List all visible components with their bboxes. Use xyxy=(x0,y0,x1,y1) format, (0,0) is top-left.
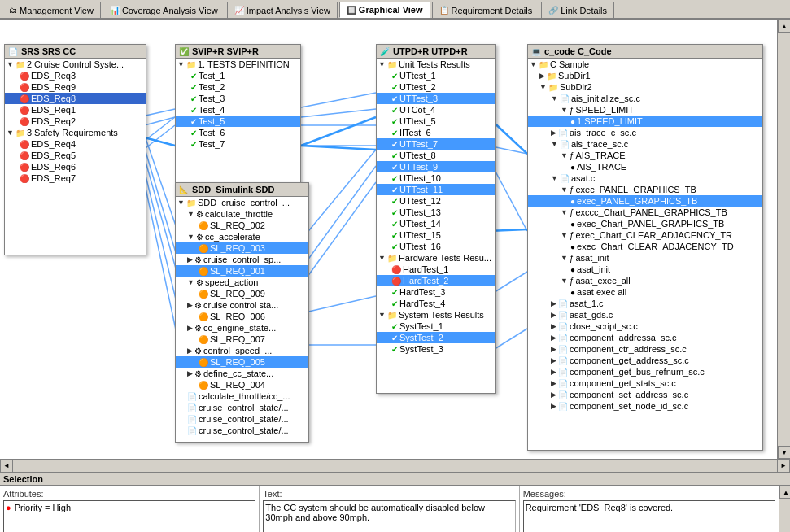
scroll-up-button[interactable]: ▲ xyxy=(778,20,790,33)
utpd-hard1[interactable]: 🔴 HardTest_1 xyxy=(377,264,495,275)
ccode-asat-exec-func[interactable]: ▼ ƒ asat_exec_all xyxy=(528,275,762,286)
sdd-item-req003[interactable]: 🟠 SL_REQ_003 xyxy=(176,242,308,254)
ccode-exec-panel-func[interactable]: ▼ ƒ exec_PANEL_GRAPHICS_TB xyxy=(528,184,762,195)
ccode-asat-init-func[interactable]: ▼ ƒ asat_init xyxy=(528,252,762,264)
utpd-hard3[interactable]: ✔ HardTest_3 xyxy=(377,286,495,298)
utpd-test9[interactable]: ✔ UTTest_9 xyxy=(377,161,495,172)
ccode-ais-trace-sc[interactable]: ▼ 📄 ais_trace_sc.c xyxy=(528,138,762,150)
svip-item-tests[interactable]: ▼ 📁 1. TESTS DEFINITION xyxy=(176,59,300,70)
sdd-item-cruise-stat[interactable]: ▶ ⚙ cruise control sta... xyxy=(176,299,308,311)
srs-item-req7[interactable]: 🔴 EDS_Req7 xyxy=(5,172,146,184)
svip-item-test4[interactable]: ✔ Test_4 xyxy=(176,104,300,116)
sdd-item-req001[interactable]: 🟠 SL_REQ_001 xyxy=(176,265,308,277)
ccode-ais-trace-func[interactable]: ▼ ƒ AIS_TRACE xyxy=(528,150,762,161)
utpd-test10[interactable]: ✔ UTtest_10 xyxy=(377,172,495,184)
ccode-close-script[interactable]: ▶ 📄 close_script_sc.c xyxy=(528,321,762,332)
tab-req-details[interactable]: 📋 Requirement Details xyxy=(432,2,540,18)
utpd-test8[interactable]: ✔ UTtest_8 xyxy=(377,150,495,161)
sdd-item-calc[interactable]: ▼ ⚙ calculate_throttle xyxy=(176,208,308,220)
sdd-item-cruise[interactable]: ▼ 📁 SDD_cruise_control_... xyxy=(176,197,308,208)
tab-link-details[interactable]: 🔗 Link Details xyxy=(541,2,614,18)
sdd-item-req009[interactable]: 🟠 SL_REQ_009 xyxy=(176,288,308,299)
utpd-test3[interactable]: ✔ UTTest_3 xyxy=(377,93,495,104)
sdd-item-req005[interactable]: 🟠 SL_REQ_005 xyxy=(176,356,308,368)
sdd-item-control-speed[interactable]: ▶ ⚙ control_speed_... xyxy=(176,345,308,356)
srs-item-req4[interactable]: 🔴 EDS_Req4 xyxy=(5,138,146,150)
ccode-asat[interactable]: ▼ 📄 asat.c xyxy=(528,172,762,184)
srs-item-req6[interactable]: 🔴 EDS_Req6 xyxy=(5,161,146,172)
sdd-item-req006[interactable]: 🟠 SL_REQ_006 xyxy=(176,311,308,322)
srs-item-req5[interactable]: 🔴 EDS_Req5 xyxy=(5,150,146,161)
sdd-item-req004[interactable]: 🟠 SL_REQ_004 xyxy=(176,379,308,390)
sdd-item-cruise-file1[interactable]: 📄 cruise_control_state/... xyxy=(176,402,308,413)
sdd-item-define[interactable]: ▶ ⚙ define_cc_state... xyxy=(176,368,308,379)
utpd-hard4[interactable]: ✔ HardTest_4 xyxy=(377,298,495,309)
ccode-asat-init-item[interactable]: ● asat_init xyxy=(528,264,762,275)
ccode-asat1[interactable]: ▶ 📄 asat_1.c xyxy=(528,298,762,309)
ccode-comp-bus[interactable]: ▶ 📄 component_get_bus_refnum_sc.c xyxy=(528,366,762,377)
utpd-test11[interactable]: ✔ UTTest_11 xyxy=(377,184,495,195)
svip-item-test1[interactable]: ✔ Test_1 xyxy=(176,70,300,81)
srs-item-req9[interactable]: 🔴 EDS_Req9 xyxy=(5,81,146,93)
utpd-test16[interactable]: ✔ UTtest_16 xyxy=(377,241,495,252)
tab-impact[interactable]: 📈 Impact Analysis View xyxy=(227,2,338,18)
utpd-test12[interactable]: ✔ UTtest_12 xyxy=(377,195,495,207)
sdd-item-cruise-file3[interactable]: 📄 cruise_control_state/... xyxy=(176,425,308,436)
utpd-test5[interactable]: ✔ UTtest_5 xyxy=(377,116,495,127)
utpd-test2[interactable]: ✔ UTtest_2 xyxy=(377,81,495,93)
msg-scroll-track[interactable] xyxy=(779,499,790,532)
expand-safety[interactable]: ▼ xyxy=(7,129,14,137)
sdd-item-engine[interactable]: ▶ ⚙ cc_engine_state... xyxy=(176,322,308,334)
ccode-exec-chart-item[interactable]: ● exec_Chart_PANEL_GRAPHICS_TB xyxy=(528,218,762,229)
ccode-exccc-chart-func[interactable]: ▼ ƒ exccc_Chart_PANEL_GRAPHICS_TB xyxy=(528,207,762,218)
ccode-ais-trace-c[interactable]: ▶ 📄 ais_trace_c_sc.c xyxy=(528,127,762,138)
utpd-test14[interactable]: ✔ UTtest_14 xyxy=(377,218,495,229)
ccode-ais-trace-item[interactable]: ● AIS_TRACE xyxy=(528,161,762,172)
ccode-comp-addr[interactable]: ▶ 📄 component_addressa_sc.c xyxy=(528,332,762,343)
sdd-item-calc-file[interactable]: 📄 calculate_throttle/cc_... xyxy=(176,390,308,402)
srs-item-cruise[interactable]: ▼ 📁 2 Cruise Control Syste... xyxy=(5,59,146,70)
utpd-test1[interactable]: ✔ UTtest_1 xyxy=(377,70,495,81)
tab-management[interactable]: 🗂 Management View xyxy=(2,2,101,18)
sdd-item-speed-ctrl[interactable]: ▶ ⚙ cruise_control_sp... xyxy=(176,254,308,265)
expand-sdd[interactable]: ▼ xyxy=(177,198,185,207)
svip-item-test2[interactable]: ✔ Test_2 xyxy=(176,81,300,93)
scroll-down-button[interactable]: ▼ xyxy=(778,446,790,459)
utpd-hard2[interactable]: 🔴 HardTest_2 xyxy=(377,275,495,286)
tab-coverage[interactable]: 📊 Coverage Analysis View xyxy=(103,2,225,18)
ccode-comp-ctr[interactable]: ▶ 📄 component_ctr_address_sc.c xyxy=(528,343,762,355)
sdd-item-req002[interactable]: 🟠 SL_REQ_002 xyxy=(176,220,308,231)
sdd-item-cruise-file2[interactable]: 📄 cruise_control_state/... xyxy=(176,413,308,425)
utpd-test7[interactable]: ✔ UTTest_7 xyxy=(377,138,495,150)
sdd-item-req007[interactable]: 🟠 SL_REQ_007 xyxy=(176,334,308,345)
expand-tests[interactable]: ▼ xyxy=(177,60,185,68)
svip-item-test7[interactable]: ✔ Test_7 xyxy=(176,138,300,150)
msg-scroll-up[interactable]: ▲ xyxy=(779,486,790,499)
ccode-comp-get-addr[interactable]: ▶ 📄 component_get_address_sc.c xyxy=(528,355,762,366)
ccode-comp-stats[interactable]: ▶ 📄 component_get_stats_sc.c xyxy=(528,377,762,389)
srs-item-req1[interactable]: 🔴 EDS_Req1 xyxy=(5,104,146,116)
srs-item-req2[interactable]: 🔴 EDS_Req2 xyxy=(5,116,146,127)
scroll-right-button[interactable]: ► xyxy=(777,460,790,473)
ccode-exec-clear-item[interactable]: ● exec_Chart_CLEAR_ADJACENCY_TD xyxy=(528,241,762,252)
svip-item-test3[interactable]: ✔ Test_3 xyxy=(176,93,300,104)
ccode-comp-node[interactable]: ▶ 📄 component_set_node_id_sc.c xyxy=(528,400,762,412)
ccode-csample[interactable]: ▼ 📁 C Sample xyxy=(528,59,762,70)
utpd-test15[interactable]: ✔ UTtest_15 xyxy=(377,229,495,241)
utpd-folder-sys[interactable]: ▼ 📁 System Tests Results xyxy=(377,309,495,321)
utpd-syst2[interactable]: ✔ SystTest_2 xyxy=(377,332,495,343)
srs-item-req8[interactable]: 🔴 EDS_Req8 xyxy=(5,93,146,104)
srs-item-req3[interactable]: 🔴 EDS_Req3 xyxy=(5,70,146,81)
expand-cruise[interactable]: ▼ xyxy=(7,60,14,68)
utpd-folder-unit[interactable]: ▼ 📁 Unit Tests Results xyxy=(377,59,495,70)
ccode-exec-panel-item[interactable]: ● exec_PANEL_GRAPHICS_TB xyxy=(528,195,762,207)
tab-graphical[interactable]: 🔲 Graphical View xyxy=(339,2,430,18)
scroll-track[interactable] xyxy=(778,33,790,446)
srs-item-safety[interactable]: ▼ 📁 3 Safety Requirements xyxy=(5,127,146,138)
utpd-syst1[interactable]: ✔ SystTest_1 xyxy=(377,321,495,332)
ccode-ais-init[interactable]: ▼ 📄 ais_initialize_sc.c xyxy=(528,93,762,104)
ccode-subdir2[interactable]: ▼ 📁 SubDir2 xyxy=(528,81,762,93)
utpd-test13[interactable]: ✔ UTtest_13 xyxy=(377,207,495,218)
utpd-test6[interactable]: ✔ IITest_6 xyxy=(377,127,495,138)
utpd-test4[interactable]: ✔ UTCot_4 xyxy=(377,104,495,116)
